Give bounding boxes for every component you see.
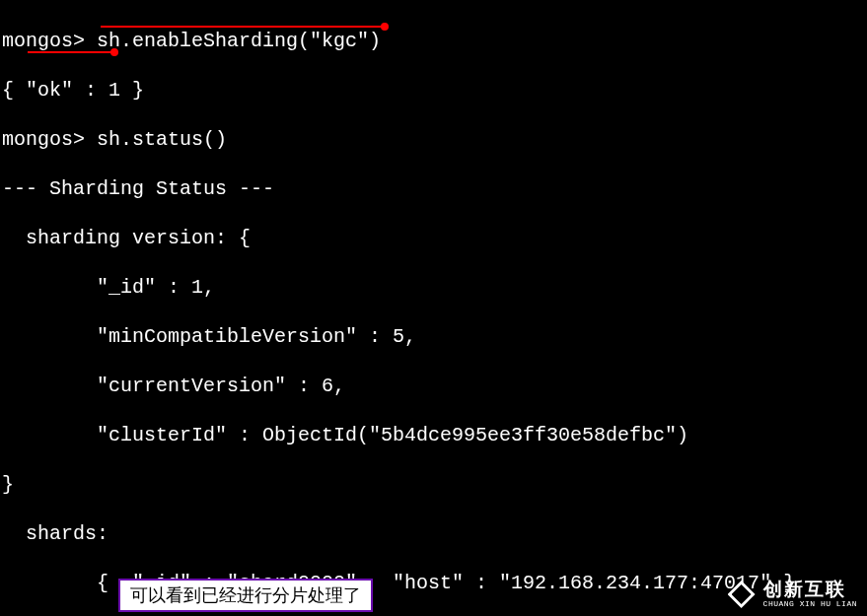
status-header: --- Sharding Status --- <box>2 176 865 201</box>
terminal-output: mongos> sh.enableSharding("kgc") { "ok" … <box>2 4 865 616</box>
prompt: mongos> <box>2 128 97 151</box>
version-clusterid: "clusterId" : ObjectId("5b4dce995ee3ff30… <box>2 423 865 447</box>
version-open: sharding version: { <box>2 226 865 250</box>
annotation-underline-icon <box>28 51 114 53</box>
version-mincompat: "minCompatibleVersion" : 5, <box>2 324 865 349</box>
version-current: "currentVersion" : 6, <box>2 374 865 398</box>
logo-text-en: CHUANG XIN HU LIAN <box>763 600 857 608</box>
annotation-underline-icon <box>101 26 385 28</box>
version-id: "_id" : 1, <box>2 275 865 300</box>
logo-text-cn: 创新互联 <box>763 582 857 600</box>
close-brace: } <box>2 472 865 497</box>
logo-icon <box>728 581 756 608</box>
prompt: mongos> <box>2 30 97 52</box>
shards-label: shards: <box>2 521 865 546</box>
result-ok: { "ok" : 1 } <box>2 78 865 103</box>
annotation-callout: 可以看到已经进行分片处理了 <box>118 579 373 613</box>
watermark-logo: 创新互联 CHUANG XIN HU LIAN <box>728 581 857 608</box>
command-enable-sharding: sh.enableSharding("kgc") <box>97 30 381 52</box>
command-sh-status: sh.status() <box>97 128 227 151</box>
